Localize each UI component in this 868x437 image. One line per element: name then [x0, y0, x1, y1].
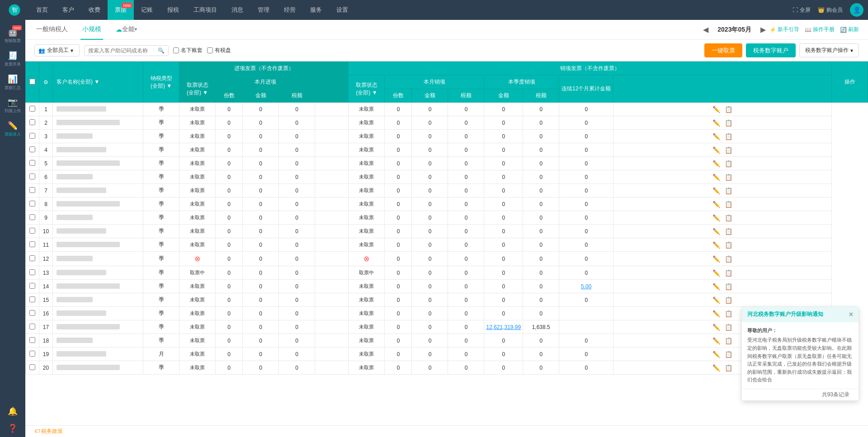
edit-icon[interactable]: ✏️	[711, 255, 722, 263]
checkbox-has-tax-disk[interactable]: 有税盘	[207, 47, 231, 54]
sidebar-item-summary[interactable]: 📊 票据汇总	[0, 70, 25, 94]
checkbox-under-account[interactable]: 名下账套	[173, 47, 203, 54]
row-checkbox[interactable]	[29, 296, 35, 302]
sidebar-item-open-invoice[interactable]: 🧾 发票开具	[0, 47, 25, 70]
tab-all[interactable]: ☁ 全能 ▾	[114, 20, 139, 40]
row-checkbox[interactable]	[29, 187, 35, 193]
row-checkbox[interactable]	[29, 351, 35, 357]
row-checkbox[interactable]	[29, 241, 35, 247]
copy-icon[interactable]: 📋	[723, 255, 734, 263]
copy-icon[interactable]: 📋	[723, 269, 734, 277]
nav-client[interactable]: 客户	[55, 0, 81, 20]
copy-icon[interactable]: 📋	[723, 187, 734, 194]
row-checkbox[interactable]	[29, 174, 35, 179]
row-checkbox[interactable]	[29, 269, 35, 275]
row-checkbox[interactable]	[29, 324, 35, 329]
row-checkbox[interactable]	[29, 255, 35, 261]
fullscreen-btn[interactable]: ⛶ 全屏	[793, 6, 811, 14]
col-tax-type-header[interactable]: 纳税类型(全部) ▼	[143, 62, 179, 103]
copy-icon[interactable]: 📋	[723, 283, 734, 290]
member-btn[interactable]: 👑 购会员	[818, 6, 843, 14]
search-input[interactable]	[88, 47, 156, 54]
sidebar-item-entry[interactable]: ✏️ 票据录入	[0, 117, 25, 141]
sidebar-item-bottom1[interactable]: 🔔	[0, 403, 25, 420]
edit-icon[interactable]: ✏️	[711, 269, 722, 277]
copy-icon[interactable]: 📋	[723, 133, 734, 140]
sidebar-item-smart-fetch[interactable]: 🤖 智能取票 new	[0, 23, 25, 47]
copy-icon[interactable]: 📋	[723, 119, 734, 127]
edit-icon[interactable]: ✏️	[711, 214, 722, 221]
tax-policy-link[interactable]: 🏷 税务政策	[34, 428, 63, 435]
copy-icon[interactable]: 📋	[723, 241, 734, 249]
edit-icon[interactable]: ✏️	[711, 337, 722, 344]
nav-fee[interactable]: 收费	[81, 0, 108, 20]
edit-icon[interactable]: ✏️	[711, 324, 722, 331]
new-guide-btn[interactable]: ⚡ 新手引导	[769, 26, 799, 33]
nav-home[interactable]: 首页	[29, 0, 55, 20]
edit-icon[interactable]: ✏️	[711, 160, 722, 167]
season-amount-link[interactable]: 12,621,319.99	[486, 324, 521, 330]
sidebar-item-bottom2[interactable]: ❓	[0, 420, 25, 437]
nav-bookkeeping[interactable]: 记账	[134, 0, 160, 20]
edit-icon[interactable]: ✏️	[711, 201, 722, 208]
tab-general-taxpayer[interactable]: 一般纳税人	[34, 20, 70, 40]
next-month-btn[interactable]: ▶	[757, 24, 769, 35]
copy-icon[interactable]: 📋	[723, 324, 734, 331]
row-checkbox[interactable]	[29, 146, 35, 152]
edit-icon[interactable]: ✏️	[711, 174, 722, 181]
edit-icon[interactable]: ✏️	[711, 146, 722, 154]
copy-icon[interactable]: 📋	[723, 160, 734, 167]
nav-service[interactable]: 服务	[303, 0, 329, 20]
nav-manage[interactable]: 管理	[250, 0, 277, 20]
employee-select[interactable]: 👥 全部员工 ▾	[34, 44, 80, 56]
edit-icon[interactable]: ✏️	[711, 296, 722, 304]
sidebar-item-scan[interactable]: 📷 扫描上传	[0, 94, 25, 117]
row-checkbox[interactable]	[29, 283, 35, 289]
copy-icon[interactable]: 📋	[723, 310, 734, 317]
popup-close-btn[interactable]: ×	[849, 310, 853, 319]
edit-icon[interactable]: ✏️	[711, 106, 722, 113]
edit-icon[interactable]: ✏️	[711, 241, 722, 249]
edit-icon[interactable]: ✏️	[711, 133, 722, 140]
edit-icon[interactable]: ✏️	[711, 283, 722, 290]
edit-icon[interactable]: ✏️	[711, 351, 722, 358]
tab-small-scale[interactable]: 小规模	[80, 20, 103, 40]
copy-icon[interactable]: 📋	[723, 146, 734, 154]
nav-business[interactable]: 工商项目	[186, 0, 224, 20]
row-checkbox[interactable]	[29, 106, 35, 112]
copy-icon[interactable]: 📋	[723, 351, 734, 358]
edit-icon[interactable]: ✏️	[711, 310, 722, 317]
nav-settings[interactable]: 设置	[329, 0, 355, 20]
edit-icon[interactable]: ✏️	[711, 364, 722, 371]
col-in-status-header[interactable]: 取票状态(全部) ▼	[179, 75, 216, 103]
copy-icon[interactable]: 📋	[723, 296, 734, 304]
copy-icon[interactable]: 📋	[723, 214, 734, 221]
copy-icon[interactable]: 📋	[723, 228, 734, 235]
row-checkbox[interactable]	[29, 133, 35, 139]
prev-month-btn[interactable]: ◀	[699, 24, 712, 35]
row-checkbox[interactable]	[29, 201, 35, 207]
row-checkbox[interactable]	[29, 160, 35, 166]
row-checkbox[interactable]	[29, 310, 35, 316]
copy-icon[interactable]: 📋	[723, 106, 734, 113]
tax-digital-account-ops-btn[interactable]: 税务数字账户操作 ▾	[799, 43, 859, 57]
edit-icon[interactable]: ✏️	[711, 228, 722, 235]
copy-icon[interactable]: 📋	[723, 364, 734, 371]
row-checkbox[interactable]	[29, 119, 35, 125]
tax-digital-account-btn[interactable]: 税务数字账户	[746, 43, 796, 57]
edit-icon[interactable]: ✏️	[711, 187, 722, 194]
under-account-checkbox[interactable]	[173, 47, 179, 53]
col-out-status-header[interactable]: 取票状态(全部) ▼	[349, 75, 385, 103]
refresh-btn[interactable]: 🔄 刷新	[840, 26, 859, 33]
nav-invoice[interactable]: 票据new	[108, 0, 134, 20]
nav-operation[interactable]: 经营	[277, 0, 303, 20]
row-checkbox[interactable]	[29, 228, 35, 234]
edit-icon[interactable]: ✏️	[711, 119, 722, 127]
user-avatar[interactable]: 👤	[850, 3, 863, 17]
row-checkbox[interactable]	[29, 337, 35, 343]
one-click-fetch-btn[interactable]: 一键取票	[704, 43, 742, 57]
copy-icon[interactable]: 📋	[723, 201, 734, 208]
tax-disk-checkbox[interactable]	[207, 47, 213, 53]
row-checkbox[interactable]	[29, 364, 35, 370]
row-checkbox[interactable]	[29, 214, 35, 220]
